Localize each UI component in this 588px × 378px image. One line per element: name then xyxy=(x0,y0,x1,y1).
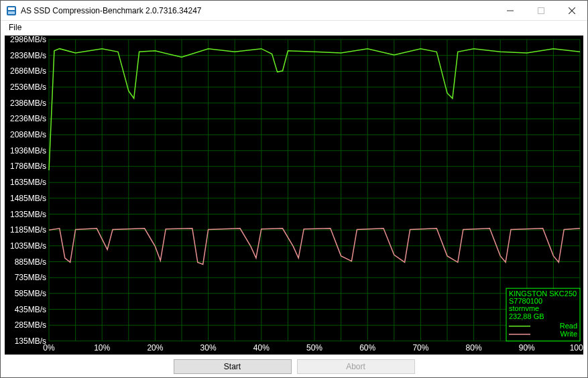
maximize-button[interactable] xyxy=(526,1,556,20)
svg-text:1185MB/s: 1185MB/s xyxy=(10,225,46,235)
svg-text:1635MB/s: 1635MB/s xyxy=(10,178,46,187)
start-button[interactable]: Start xyxy=(174,359,292,374)
svg-rect-7 xyxy=(5,36,583,355)
svg-text:2236MB/s: 2236MB/s xyxy=(10,114,46,123)
svg-text:1485MB/s: 1485MB/s xyxy=(10,194,46,203)
svg-text:50%: 50% xyxy=(306,343,322,353)
svg-text:Write: Write xyxy=(561,330,577,338)
window-title: AS SSD Compression-Benchmark 2.0.7316.34… xyxy=(21,6,495,15)
close-button[interactable] xyxy=(556,1,587,20)
menubar: File xyxy=(1,21,587,34)
window-controls xyxy=(495,1,587,20)
svg-text:40%: 40% xyxy=(253,343,270,353)
compression-chart: 135MB/s285MB/s435MB/s585MB/s735MB/s885MB… xyxy=(5,36,583,355)
svg-text:2536MB/s: 2536MB/s xyxy=(10,82,46,92)
svg-text:100%: 100% xyxy=(570,343,583,353)
svg-text:1335MB/s: 1335MB/s xyxy=(10,210,46,219)
svg-text:232,88 GB: 232,88 GB xyxy=(509,312,544,320)
app-window: AS SSD Compression-Benchmark 2.0.7316.34… xyxy=(0,0,588,378)
svg-text:60%: 60% xyxy=(359,343,375,353)
svg-text:2986MB/s: 2986MB/s xyxy=(10,36,46,44)
svg-text:20%: 20% xyxy=(147,343,163,353)
svg-rect-2 xyxy=(8,11,15,14)
app-icon xyxy=(6,5,17,16)
svg-text:2836MB/s: 2836MB/s xyxy=(10,51,46,60)
svg-text:1035MB/s: 1035MB/s xyxy=(10,241,46,251)
svg-text:70%: 70% xyxy=(412,343,428,353)
titlebar[interactable]: AS SSD Compression-Benchmark 2.0.7316.34… xyxy=(1,1,587,21)
menu-file[interactable]: File xyxy=(3,21,27,34)
svg-text:735MB/s: 735MB/s xyxy=(15,273,46,282)
svg-text:1936MB/s: 1936MB/s xyxy=(10,146,46,155)
minimize-button[interactable] xyxy=(495,1,526,20)
svg-text:885MB/s: 885MB/s xyxy=(15,257,46,266)
svg-text:585MB/s: 585MB/s xyxy=(15,289,46,298)
svg-text:90%: 90% xyxy=(519,343,535,353)
svg-text:Read: Read xyxy=(560,322,577,330)
svg-text:0%: 0% xyxy=(43,343,55,353)
svg-text:135MB/s: 135MB/s xyxy=(15,336,46,346)
svg-rect-4 xyxy=(538,7,544,13)
svg-text:285MB/s: 285MB/s xyxy=(15,320,46,330)
chart-area: 135MB/s285MB/s435MB/s585MB/s735MB/s885MB… xyxy=(5,36,583,355)
svg-text:435MB/s: 435MB/s xyxy=(15,304,46,314)
svg-text:2686MB/s: 2686MB/s xyxy=(10,66,46,76)
bottom-bar: Start Abort xyxy=(1,356,587,377)
svg-text:10%: 10% xyxy=(94,343,110,353)
abort-button: Abort xyxy=(297,359,415,374)
svg-rect-1 xyxy=(8,7,15,10)
svg-text:30%: 30% xyxy=(200,343,217,353)
svg-text:2086MB/s: 2086MB/s xyxy=(10,130,46,139)
svg-text:80%: 80% xyxy=(466,343,482,353)
svg-text:1786MB/s: 1786MB/s xyxy=(10,162,46,171)
svg-text:2386MB/s: 2386MB/s xyxy=(10,99,46,108)
